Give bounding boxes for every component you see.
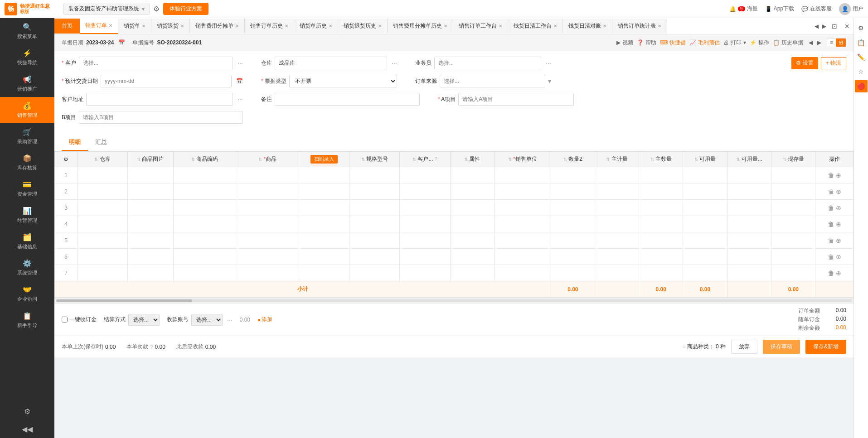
row-avail2-4[interactable] [727, 216, 771, 232]
row-mainunit-7[interactable] [595, 265, 639, 281]
record-prev[interactable]: ◀ [807, 39, 815, 46]
sidebar-item-finance[interactable]: 💳 资金管理 [0, 176, 54, 202]
row-spec-1[interactable] [349, 167, 400, 183]
tab-maximize[interactable]: ⊡ [828, 21, 841, 32]
sidebar-item-marketing[interactable]: 📢 营销推广 [0, 71, 54, 97]
user-menu[interactable]: 👤 用户 [839, 3, 863, 15]
right-icon-star[interactable]: ☆ [855, 65, 868, 78]
row-product-6[interactable] [236, 249, 299, 265]
col-unit[interactable]: ⇅ *销售单位 [494, 152, 551, 167]
row-custcode-7[interactable] [400, 265, 450, 281]
row-unit-7[interactable] [494, 265, 551, 281]
sidebar-item-guide[interactable]: 📋 新手引导 [0, 307, 54, 333]
delete-row-4[interactable]: 🗑 [828, 221, 834, 228]
col-code[interactable]: ⇅ 商品编码 [173, 152, 236, 167]
close-tab-stats[interactable]: ✕ [658, 24, 661, 29]
right-icon-list[interactable]: 📋 [855, 36, 868, 49]
delivery-calendar-icon[interactable]: 📅 [236, 78, 243, 84]
row-qty2-7[interactable] [551, 265, 595, 281]
row-avail-5[interactable] [683, 232, 727, 249]
row-attr-7[interactable] [450, 265, 494, 281]
row-spec-3[interactable] [349, 200, 400, 216]
sidebar-item-sales[interactable]: 💰 销售管理 [0, 97, 54, 123]
delete-row-2[interactable]: 🗑 [828, 188, 834, 195]
save-new-button[interactable]: 保存&新增 [805, 340, 846, 354]
col-customer-code[interactable]: ⇅ 客户... ? [400, 152, 450, 167]
col-image[interactable]: ⇅ 商品图片 [128, 152, 173, 167]
row-spec-5[interactable] [349, 232, 400, 249]
row-code-6[interactable] [173, 249, 236, 265]
view-grid-button[interactable]: ⊞ [836, 39, 846, 47]
tab-return-history[interactable]: 销货退货历史 ✕ [338, 19, 388, 34]
add-settlement-button[interactable]: ● 添加 [257, 316, 272, 323]
close-tab-cost-split[interactable]: ✕ [235, 24, 239, 29]
row-qty2-2[interactable] [551, 183, 595, 200]
b-project-input[interactable] [79, 111, 243, 124]
row-mainunit-3[interactable] [595, 200, 639, 216]
help-button[interactable]: ❓ 帮助 [637, 39, 656, 47]
delete-row-7[interactable]: 🗑 [828, 270, 834, 277]
sidebar-item-basicinfo[interactable]: 🗂️ 基础信息 [0, 228, 54, 255]
close-tab-sales-return[interactable]: ✕ [180, 24, 184, 29]
close-tab-sales-order[interactable]: ✕ [109, 23, 112, 28]
row-warehouse-2[interactable] [77, 183, 127, 200]
row-mainunit-6[interactable] [595, 249, 639, 265]
row-mainunit-2[interactable] [595, 183, 639, 200]
row-mainunit-5[interactable] [595, 232, 639, 249]
tab-sales-return[interactable]: 销货退货 ✕ [151, 19, 190, 34]
row-qty2-6[interactable] [551, 249, 595, 265]
row-mainqty-1[interactable] [639, 167, 683, 183]
row-product-7[interactable] [236, 265, 299, 281]
row-custcode-4[interactable] [400, 216, 450, 232]
row-spec-4[interactable] [349, 216, 400, 232]
row-avail2-5[interactable] [727, 232, 771, 249]
row-spec-6[interactable] [349, 249, 400, 265]
row-attr-4[interactable] [450, 216, 494, 232]
row-attr-2[interactable] [450, 183, 494, 200]
row-avail-7[interactable] [683, 265, 727, 281]
row-mainunit-1[interactable] [595, 167, 639, 183]
row-attr-3[interactable] [450, 200, 494, 216]
row-stock-3[interactable] [771, 200, 815, 216]
col-spec[interactable]: ⇅ 规格型号 [349, 152, 400, 167]
row-product-3[interactable] [236, 200, 299, 216]
row-avail2-2[interactable] [727, 183, 771, 200]
row-attr-1[interactable] [450, 167, 494, 183]
tab-order-history[interactable]: 销售订单历史 ✕ [245, 19, 294, 34]
row-stock-7[interactable] [771, 265, 815, 281]
row-custcode-1[interactable] [400, 167, 450, 183]
delete-row-3[interactable]: 🗑 [828, 204, 834, 212]
tab-prev[interactable]: ◀ [813, 23, 820, 29]
row-warehouse-1[interactable] [77, 167, 127, 183]
right-icon-edit[interactable]: ✏️ [855, 51, 868, 63]
col-main-qty[interactable]: ⇅ 主数量 [639, 152, 683, 167]
col-gear[interactable]: ⚙ [55, 152, 78, 167]
row-code-3[interactable] [173, 200, 236, 216]
tab-bill-history[interactable]: 销货单历史 ✕ [294, 19, 338, 34]
row-avail-3[interactable] [683, 200, 727, 216]
print-button[interactable]: 🖨 打印 ▾ [723, 39, 746, 47]
row-warehouse-4[interactable] [77, 216, 127, 232]
col-available2[interactable]: ⇅ 可用量... [727, 152, 771, 167]
row-qty2-1[interactable] [551, 167, 595, 183]
row-unit-1[interactable] [494, 167, 551, 183]
delivery-date-input[interactable] [101, 75, 232, 87]
tab-cost-history[interactable]: 销售费用分摊单历史 ✕ [388, 19, 453, 34]
row-attr-6[interactable] [450, 249, 494, 265]
col-product[interactable]: ⇅ *商品 [236, 152, 299, 167]
row-custcode-5[interactable] [400, 232, 450, 249]
row-stock-2[interactable] [771, 183, 815, 200]
copy-row-4[interactable]: ⊕ [836, 221, 841, 228]
row-mainqty-5[interactable] [639, 232, 683, 249]
row-code-2[interactable] [173, 183, 236, 200]
row-stock-4[interactable] [771, 216, 815, 232]
sidebar-settings-btn[interactable]: ⚙ [0, 403, 54, 420]
row-product-1[interactable] [236, 167, 299, 183]
profit-button[interactable]: 📈 毛利预估 [689, 39, 720, 47]
add-item-button[interactable]: + 物流 [821, 57, 846, 69]
right-icon-alert[interactable]: 🔴 [855, 80, 868, 92]
row-unit-4[interactable] [494, 216, 551, 232]
row-code-1[interactable] [173, 167, 236, 183]
row-warehouse-6[interactable] [77, 249, 127, 265]
sidebar-item-quicknav[interactable]: ⚡ 快捷导航 [0, 44, 54, 71]
